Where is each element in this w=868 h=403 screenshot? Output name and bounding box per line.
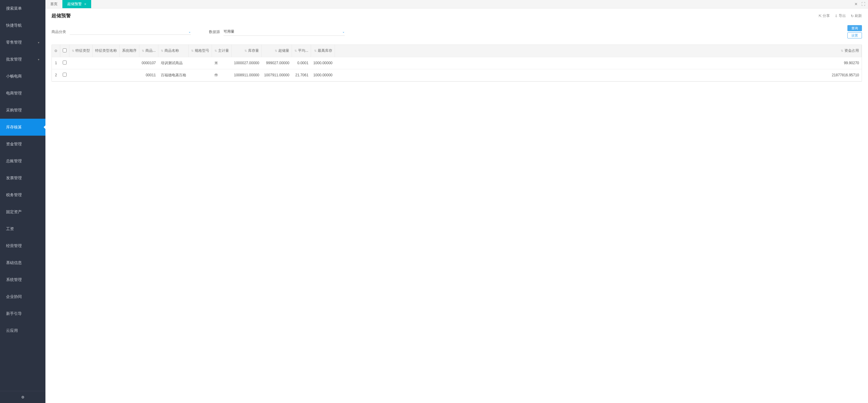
export-button[interactable]: ⇩ 导出	[835, 13, 846, 19]
cell: 21877816.95710	[335, 69, 862, 81]
sidebar-item-17[interactable]: 企业协同	[0, 288, 45, 305]
chevron-down-icon: ⌄	[188, 30, 191, 33]
col-stock[interactable]: 库存量	[232, 45, 262, 57]
tab-home[interactable]: 首页	[45, 0, 62, 8]
cell: 百福德电蒸百格	[158, 69, 189, 81]
table-row[interactable]: 10000107培训测试商品米1000027.00000999027.00000…	[52, 57, 862, 69]
select-all-checkbox[interactable]	[63, 49, 67, 52]
category-label: 商品分类	[52, 29, 66, 34]
sidebar-item-0[interactable]: 搜索菜单	[0, 0, 45, 17]
cell: 件	[212, 69, 232, 81]
sidebar-item-9[interactable]: 总账管理	[0, 153, 45, 169]
sidebar-item-label: 快捷导航	[6, 23, 22, 28]
cell	[120, 69, 139, 81]
col-overstock[interactable]: 超储量	[262, 45, 292, 57]
sidebar-item-10[interactable]: 发票管理	[0, 169, 45, 187]
datasource-select[interactable]: 可用量 ⌄	[223, 28, 345, 36]
col-capital[interactable]: 资金占用	[335, 45, 862, 57]
col-system-order[interactable]: 系统顺序	[120, 45, 139, 57]
cell	[120, 57, 139, 69]
cell: 99.90270	[335, 57, 862, 69]
sidebar-item-18[interactable]: 新手引导	[0, 305, 45, 322]
sidebar-item-label: 发票管理	[6, 175, 22, 181]
sidebar-item-12[interactable]: 固定资产	[0, 204, 45, 220]
sidebar-settings[interactable]: ⚙	[0, 391, 45, 403]
row-index: 1	[52, 57, 60, 69]
sidebar-item-label: 采购管理	[6, 107, 22, 113]
sidebar-item-6[interactable]: 采购管理	[0, 102, 45, 119]
page-title: 超储预警	[52, 13, 71, 19]
tab-active[interactable]: 超储预警 ×	[62, 0, 91, 8]
cell: 1000027.00000	[232, 57, 262, 69]
col-max-stock[interactable]: 最高库存	[311, 45, 335, 57]
gear-icon: ⚙	[54, 49, 58, 53]
close-icon[interactable]: ×	[84, 2, 86, 6]
sidebar-item-2[interactable]: 零售管理▾	[0, 34, 45, 51]
close-button[interactable]: ✕	[853, 1, 859, 7]
cell	[189, 69, 212, 81]
sidebar-item-16[interactable]: 系统管理	[0, 271, 45, 288]
export-icon: ⇩	[835, 14, 838, 18]
refresh-button[interactable]: ↻ 刷新	[851, 13, 862, 19]
refresh-icon: ↻	[851, 14, 854, 18]
sidebar-item-15[interactable]: 基础信息	[0, 254, 45, 271]
query-button[interactable]: 查询	[847, 25, 862, 31]
sidebar-item-label: 工资	[6, 226, 14, 231]
cell: 1000.00000	[311, 69, 335, 81]
row-checkbox[interactable]	[63, 73, 67, 76]
sidebar-item-19[interactable]: 云应用	[0, 322, 45, 339]
share-icon: ⇱	[818, 14, 822, 18]
sidebar: 搜索菜单快捷导航零售管理▾批发管理▾小畅电商电商管理采购管理库存核算资金管理总账…	[0, 0, 45, 403]
col-product-name[interactable]: 商品名称	[158, 45, 189, 57]
cell: 0000107	[139, 57, 158, 69]
cell	[69, 57, 93, 69]
cell	[189, 57, 212, 69]
expand-icon[interactable]: ⛶	[860, 1, 866, 7]
select-all-column	[60, 45, 69, 57]
table-row[interactable]: 200011百福德电蒸百格件1008911.000001007911.00000…	[52, 69, 862, 81]
sidebar-item-label: 企业协同	[6, 294, 22, 300]
cell: 0.0001	[292, 57, 311, 69]
cell	[93, 57, 120, 69]
sidebar-item-4[interactable]: 小畅电商	[0, 68, 45, 85]
sidebar-item-label: 批发管理	[6, 57, 22, 62]
sidebar-item-label: 经营管理	[6, 243, 22, 249]
row-index: 2	[52, 69, 60, 81]
col-avg[interactable]: 平均...	[292, 45, 311, 57]
row-checkbox[interactable]	[63, 61, 67, 64]
sidebar-item-14[interactable]: 经营管理	[0, 237, 45, 254]
sidebar-item-label: 固定资产	[6, 209, 22, 215]
sidebar-item-5[interactable]: 电商管理	[0, 85, 45, 102]
share-button[interactable]: ⇱ 分享	[818, 13, 830, 19]
sidebar-item-label: 库存核算	[6, 124, 22, 130]
col-feature-type[interactable]: 特征类型	[69, 45, 93, 57]
sidebar-item-label: 基础信息	[6, 260, 22, 266]
sidebar-item-label: 系统管理	[6, 277, 22, 282]
sidebar-item-1[interactable]: 快捷导航	[0, 17, 45, 34]
sidebar-item-label: 云应用	[6, 328, 18, 333]
chevron-down-icon: ⌄	[342, 30, 345, 33]
datasource-label: 数据源	[209, 29, 220, 34]
cell: 培训测试商品	[158, 57, 189, 69]
sidebar-item-3[interactable]: 批发管理▾	[0, 51, 45, 68]
column-settings[interactable]: ⚙	[52, 45, 60, 57]
sidebar-item-8[interactable]: 资金管理	[0, 136, 45, 153]
sidebar-item-7[interactable]: 库存核算	[0, 119, 45, 136]
sidebar-item-label: 新手引导	[6, 311, 22, 316]
col-product-code[interactable]: 商品...	[139, 45, 158, 57]
sidebar-item-label: 小畅电商	[6, 73, 22, 79]
sidebar-item-label: 零售管理	[6, 40, 22, 45]
sidebar-item-label: 总账管理	[6, 158, 22, 164]
settings-button[interactable]: 设置	[847, 32, 862, 38]
sidebar-item-13[interactable]: 工资	[0, 220, 45, 237]
col-unit[interactable]: 主计量	[212, 45, 232, 57]
cell: 1000.00000	[311, 57, 335, 69]
cell: 21.7061	[292, 69, 311, 81]
sidebar-item-11[interactable]: 税务管理	[0, 187, 45, 204]
sidebar-item-label: 搜索菜单	[6, 6, 22, 11]
cell: 999027.00000	[262, 57, 292, 69]
col-spec[interactable]: 规格型号	[189, 45, 212, 57]
caret-down-icon: ▾	[38, 58, 39, 61]
col-feature-name[interactable]: 特征类型名称	[93, 45, 120, 57]
category-select[interactable]: ⌄	[70, 29, 191, 35]
